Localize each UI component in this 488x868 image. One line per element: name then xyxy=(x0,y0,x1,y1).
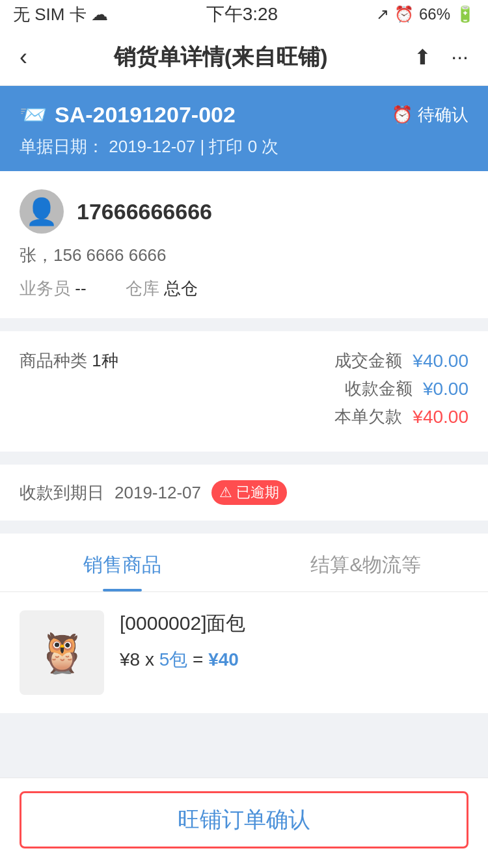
more-icon[interactable]: ··· xyxy=(451,45,468,69)
status-bar-time: 下午3:28 xyxy=(206,2,278,27)
amount-summary: 成交金额 ¥40.00 收款金额 ¥0.00 本单欠款 ¥40.00 xyxy=(334,349,468,433)
status-bar-left: 无 SIM 卡 ☁ xyxy=(13,3,108,26)
user-icon: 👤 xyxy=(25,197,58,227)
due-date-value: 2019-12-07 xyxy=(115,483,201,503)
due-date-section: 收款到期日 2019-12-07 ⚠ 已逾期 xyxy=(0,465,488,521)
nav-bar: ‹ 销货单详情(来自旺铺) ⬆ ··· xyxy=(0,29,488,86)
salesperson-label: 业务员 xyxy=(20,278,70,298)
sim-status: 无 SIM 卡 ☁ xyxy=(13,3,108,26)
overdue-badge: ⚠ 已逾期 xyxy=(211,480,287,505)
overdue-text: 已逾期 xyxy=(236,483,279,502)
battery-level: 66% xyxy=(419,5,450,23)
salesperson-value: -- xyxy=(75,278,86,298)
customer-name: 张，156 6666 6666 xyxy=(20,244,468,267)
page-title: 销货单详情(来自旺铺) xyxy=(114,42,328,72)
customer-meta: 业务员 -- 仓库 总仓 xyxy=(20,277,468,300)
bottom-action-bar: 旺铺订单确认 xyxy=(0,778,488,868)
item-type-label: 商品种类 xyxy=(20,351,87,370)
product-name: [0000002]面包 xyxy=(120,610,468,637)
product-price-row: ¥8 x 5包 = ¥40 xyxy=(120,647,468,672)
product-item: 🦉 [0000002]面包 ¥8 x 5包 = ¥40 xyxy=(0,592,488,713)
product-image: 🦉 xyxy=(20,610,104,695)
order-date-value: 2019-12-07 xyxy=(109,137,195,156)
due-amount-row: 本单欠款 ¥40.00 xyxy=(334,405,468,428)
product-info: [0000002]面包 ¥8 x 5包 = ¥40 xyxy=(120,610,468,672)
due-value: ¥40.00 xyxy=(413,407,468,427)
customer-phone: 17666666666 xyxy=(77,199,212,224)
product-total: ¥40 xyxy=(208,649,239,670)
due-label: 本单欠款 xyxy=(334,405,402,428)
status-text: 待确认 xyxy=(418,103,468,126)
warehouse-value: 总仓 xyxy=(164,278,198,298)
location-icon: ↗ xyxy=(376,5,389,23)
due-date-label: 收款到期日 xyxy=(20,481,104,504)
received-value: ¥0.00 xyxy=(423,379,468,400)
tabs-row: 销售商品 结算&物流等 xyxy=(0,534,488,592)
item-type-info: 商品种类 1种 xyxy=(20,349,118,372)
nav-right-icons: ⬆ ··· xyxy=(414,45,468,70)
order-id-row: 📨 SA-20191207-002 xyxy=(20,102,236,128)
order-date-row: 单据日期： 2019-12-07 | 打印 0 次 xyxy=(20,135,468,158)
received-amount-row: 收款金额 ¥0.00 xyxy=(334,377,468,400)
equals-sign: = xyxy=(193,649,208,670)
deal-amount-label: 成交金额 xyxy=(334,349,402,372)
order-header: 📨 SA-20191207-002 ⏰ 待确认 单据日期： 2019-12-07… xyxy=(0,86,488,171)
customer-section: 👤 17666666666 张，156 6666 6666 业务员 -- 仓库 … xyxy=(0,171,488,318)
deal-amount-value: ¥40.00 xyxy=(413,351,468,372)
tab-sales-products[interactable]: 销售商品 xyxy=(0,534,244,591)
order-inbox-icon: 📨 xyxy=(20,102,47,128)
status-bar-right: ↗ ⏰ 66% 🔋 xyxy=(376,5,475,23)
status-bar: 无 SIM 卡 ☁ 下午3:28 ↗ ⏰ 66% 🔋 xyxy=(0,0,488,29)
warehouse-label: 仓库 xyxy=(126,278,159,298)
date-label: 单据日期： xyxy=(20,137,104,156)
confirm-order-button[interactable]: 旺铺订单确认 xyxy=(20,791,468,848)
print-info: | 打印 0 次 xyxy=(200,137,278,156)
tabs-section: 销售商品 结算&物流等 xyxy=(0,534,488,592)
share-icon[interactable]: ⬆ xyxy=(414,45,431,70)
product-qty: 5包 xyxy=(159,649,188,670)
item-count-value: 1种 xyxy=(92,351,118,370)
received-label: 收款金额 xyxy=(345,377,413,400)
alarm-icon: ⏰ xyxy=(394,5,414,23)
avatar: 👤 xyxy=(20,189,64,234)
order-status: ⏰ 待确认 xyxy=(392,103,468,126)
back-button[interactable]: ‹ xyxy=(20,44,27,71)
tab-settlement[interactable]: 结算&物流等 xyxy=(244,534,488,591)
order-id-text: SA-20191207-002 xyxy=(55,102,236,128)
unit-price: ¥8 x xyxy=(120,649,159,670)
battery-icon: 🔋 xyxy=(455,5,475,23)
warning-icon: ⚠ xyxy=(219,484,232,501)
salesperson-item: 业务员 -- xyxy=(20,277,87,300)
deal-amount-row: 成交金额 ¥40.00 xyxy=(334,349,468,372)
clock-icon: ⏰ xyxy=(392,105,413,125)
product-placeholder-icon: 🦉 xyxy=(38,630,87,676)
summary-section: 商品种类 1种 成交金额 ¥40.00 收款金额 ¥0.00 本单欠款 ¥40.… xyxy=(0,331,488,452)
warehouse-item: 仓库 总仓 xyxy=(126,277,198,300)
